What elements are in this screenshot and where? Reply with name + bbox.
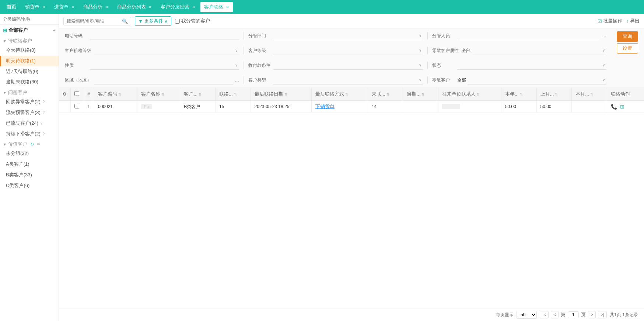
my-customers-checkbox[interactable] [175,19,180,24]
filter-search-icon[interactable]: 🔍 [122,18,128,24]
sidebar-item-lost-actual[interactable]: 已流失客户(24) ? [0,118,59,129]
th-name[interactable]: 客户名称⇅ [137,88,180,101]
filter-search-input[interactable] [67,18,122,24]
sidebar-item-class-c[interactable]: C类客户(6) [0,180,59,191]
sidebar-item-lost[interactable]: 流失预警客户(3) ? [0,107,59,118]
query-btn[interactable]: 查询 [617,31,638,42]
contacts-person-blurred [442,104,460,109]
th-type[interactable]: 客户...⇅ [180,88,216,101]
retail-attr-select[interactable]: ∨ [472,46,606,55]
value-title: 价值客户 [8,141,27,148]
customer-level-select[interactable]: ∨ [273,46,423,55]
th-last-contact-method[interactable]: 最后联络方式⇅ [312,88,368,101]
th-contacts[interactable]: 联络...⇅ [215,88,251,101]
sidebar-item-unclassified[interactable]: 未分组(32) [0,148,59,159]
sidebar-item-continuous-decline[interactable]: 持续下滑客户(2) ? [0,129,59,139]
th-checkbox[interactable] [71,88,83,101]
td-checkbox[interactable] [71,101,83,113]
page-input[interactable] [568,311,579,318]
filter-retail-attr: 零散客户属性 全部 ∨ [432,46,606,55]
filter-price-level: 客户价格等级 ∨ [65,46,239,55]
nav-sales[interactable]: 销货单 ✕ [21,2,49,12]
my-customers-checkbox-label[interactable]: 我分管的客户 [175,18,210,24]
sidebar-item-tomorrow[interactable]: 明天待联络(1) [0,56,59,66]
customer-type-select[interactable]: ∨ [273,76,423,84]
th-this-month[interactable]: 本月...⇅ [572,88,607,101]
td-type: B类客户 [180,101,216,113]
td-this-year: 50.00 [501,101,536,113]
price-level-select[interactable]: ∨ [94,46,239,55]
action-icons: 📞 ⊞ [611,104,640,110]
nav-purchase[interactable]: 进货单 ✕ [50,2,78,12]
th-code[interactable]: 客户编码⇅ [94,88,137,101]
th-last-month[interactable]: 上月...⇅ [536,88,572,101]
th-settings[interactable]: ⚙ [59,88,71,101]
manager-dots[interactable]: … [602,33,606,38]
retail-chevron-icon: ∨ [602,78,605,82]
per-page-select[interactable]: 50 100 200 [517,311,537,319]
first-page-btn[interactable]: |< [540,311,549,318]
sidebar-item-overdue[interactable]: 逾期未联络(30) [0,77,59,87]
help-icon-1: ? [42,100,45,104]
phone-input[interactable] [90,32,239,39]
nav-home[interactable]: 首页 [3,2,20,12]
sidebar-item-today[interactable]: 今天待联络(0) [0,45,59,56]
th-uncontacted[interactable]: 未联...⇅ [368,88,403,101]
sidebar-item-repurchase-abnormal[interactable]: 回购异常客户(2) ? [0,97,59,107]
nav-customer-layered[interactable]: 客户分层经营 ✕ [157,2,199,12]
nature-select[interactable]: ∨ [90,61,239,70]
status-select[interactable]: ∨ [457,61,606,70]
phone-action-icon[interactable]: 📞 [611,104,617,110]
nav-customer-contact[interactable]: 客户联络 ✕ [200,2,233,12]
export-btn[interactable]: ↑ 导出 [627,18,640,24]
nav-product-analysis-table[interactable]: 商品分析列表 ✕ [113,2,155,12]
sidebar-item-class-a[interactable]: A类客户(1) [0,159,59,170]
value-edit-icon[interactable]: ✏ [37,142,41,147]
payment-select[interactable]: ∨ [273,61,423,70]
prev-page-btn[interactable]: < [551,311,559,318]
th-this-year[interactable]: 本年...⇅ [501,88,536,101]
dept-select[interactable]: ∨ [273,31,423,40]
sidebar-search-input[interactable] [3,17,58,22]
nature-chevron-icon: ∨ [235,63,238,67]
footer-total: 共1页 1条记录 [610,312,638,318]
last-page-btn[interactable]: >| [598,311,607,318]
price-level-chevron-icon: ∨ [235,48,238,52]
select-all-checkbox[interactable] [74,91,79,96]
nav-sales-close[interactable]: ✕ [42,5,45,10]
nav-purchase-close[interactable]: ✕ [71,5,74,10]
nav-product-analysis-table-close[interactable]: ✕ [148,5,152,10]
retail-attr-value: 全部 [462,48,470,54]
retail-select[interactable]: ∨ [468,76,606,84]
nav-product-analysis[interactable]: 商品分析 ✕ [80,2,112,12]
lost-actual-label: 已流失客户(24) [6,120,38,126]
batch-op-btn[interactable]: ☑ 批量操作 [598,18,622,24]
last-month-sort-icon: ⇅ [555,92,558,96]
th-overdue[interactable]: 逾期...⇅ [403,88,438,101]
th-contacts-person[interactable]: 往来单位联系人⇅ [438,88,501,101]
th-last-contact-date[interactable]: 最后联络日期⇅ [251,88,311,101]
divider-5 [244,62,244,69]
last-contact-method-link[interactable]: 下销货单 [315,104,335,109]
td-last-contact-method[interactable]: 下销货单 [312,101,368,113]
region-dots[interactable]: … [235,77,239,83]
region-field[interactable] [94,76,233,84]
value-refresh-icon[interactable]: ↻ [30,142,34,147]
nav-product-analysis-close[interactable]: ✕ [105,5,108,10]
sidebar-item-week[interactable]: 近7天待联络(0) [0,66,59,77]
filter-dept: 分管部门 ∨ [248,31,423,40]
class-b-label: B类客户(33) [6,172,32,177]
more-action-icon[interactable]: ⊞ [620,104,624,110]
row-checkbox[interactable] [74,104,79,108]
sidebar-collapse-btn[interactable]: « [53,28,56,33]
manager-field[interactable] [457,31,601,40]
settings-btn[interactable]: 设置 [617,43,638,54]
nav-customer-layered-close[interactable]: ✕ [192,5,195,10]
filter-more-btn[interactable]: ▼ 更多条件 ∧ [135,16,171,26]
customer-level-chevron-icon: ∨ [419,48,421,52]
next-page-btn[interactable]: > [588,311,596,318]
sidebar-item-class-b[interactable]: B类客户(33) [0,170,59,180]
nav-customer-contact-close[interactable]: ✕ [226,5,229,10]
sidebar-all-customers[interactable]: ⊞ 全部客户 « [0,25,59,36]
region-label: 区域（地区） [65,77,91,83]
